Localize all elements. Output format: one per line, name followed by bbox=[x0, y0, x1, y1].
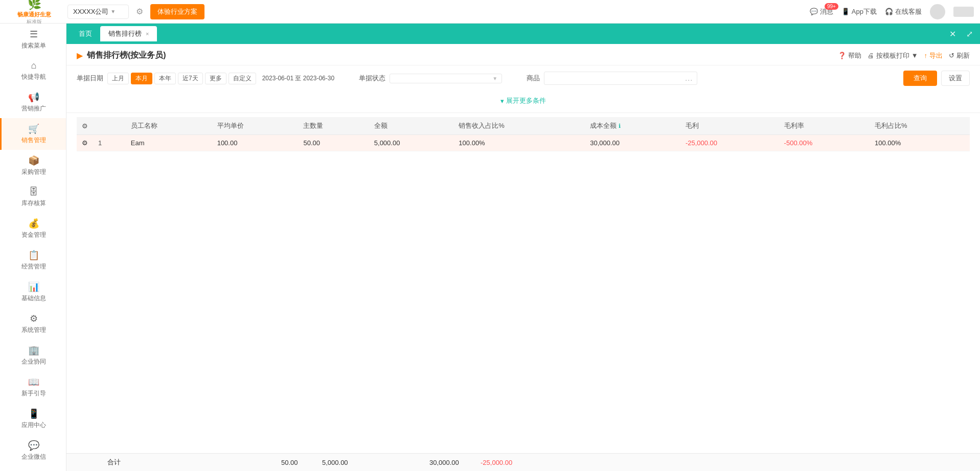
app-download-icon: 📱 bbox=[841, 8, 850, 15]
query-button[interactable]: 查询 bbox=[903, 71, 937, 86]
sidebar-icon-sales: 🛒 bbox=[28, 123, 39, 134]
goods-more-icon[interactable]: … bbox=[685, 74, 693, 83]
data-table: ⚙ 员工名称 平均单价 主数量 全额 销售收入占比% 成本全额 ℹ 毛利 毛利率… bbox=[77, 117, 970, 151]
sidebar-item-purchase[interactable]: 📦 采购管理 bbox=[0, 150, 66, 182]
home-label: 首页 bbox=[79, 29, 92, 38]
sidebar-item-finance[interactable]: 💰 资金管理 bbox=[0, 213, 66, 244]
sidebar-item-operations[interactable]: 📋 经营管理 bbox=[0, 244, 66, 276]
company-select[interactable]: XXXXX公司 ▼ bbox=[67, 5, 129, 19]
sidebar-item-inventory[interactable]: 🗄 库存核算 bbox=[0, 182, 66, 213]
top-settings-icon[interactable]: ⚙ bbox=[134, 5, 145, 18]
status-dropdown-arrow: ▼ bbox=[492, 76, 497, 81]
date-tab-custom[interactable]: 自定义 bbox=[229, 73, 256, 84]
online-service-button[interactable]: 🎧 在线客服 bbox=[885, 7, 922, 16]
row-rank: 1 bbox=[93, 135, 126, 151]
page-back-arrow[interactable]: ▶ bbox=[77, 51, 83, 60]
date-tab-this-month[interactable]: 本月 bbox=[131, 73, 152, 84]
app-download-button[interactable]: 📱 App下载 bbox=[841, 7, 877, 16]
tab-expand-icon[interactable]: ⤢ bbox=[963, 28, 976, 40]
experience-button[interactable]: 体验行业方案 bbox=[150, 4, 204, 19]
th-name: 员工名称 bbox=[126, 117, 212, 135]
row-avg-price: 100.00 bbox=[212, 135, 299, 151]
sidebar-label-marketing: 营销推广 bbox=[21, 104, 46, 113]
goods-input[interactable]: … bbox=[544, 72, 697, 85]
sidebar-item-wechat[interactable]: 💬 企业微信 bbox=[0, 435, 66, 466]
sidebar-label-finance: 资金管理 bbox=[21, 231, 46, 239]
date-tab-this-year[interactable]: 本年 bbox=[154, 73, 176, 84]
tab-sales-ranking-label: 销售排行榜 bbox=[108, 29, 142, 38]
top-right-area: 💬 消息 99+ 📱 App下载 🎧 在线客服 bbox=[810, 4, 974, 19]
export-label: 导出 bbox=[929, 51, 943, 60]
date-range: 2023-06-01 至 2023-06-30 bbox=[262, 74, 334, 83]
row-gear[interactable]: ⚙ bbox=[77, 135, 93, 151]
sidebar-label-sales: 销售管理 bbox=[21, 136, 46, 145]
page-header: ▶ 销售排行榜(按业务员) ❓ 帮助 🖨 按模板打印 ▼ ↑ 导 bbox=[66, 44, 980, 65]
th-gear[interactable]: ⚙ bbox=[77, 117, 93, 135]
sidebar-icon-purchase: 📦 bbox=[28, 155, 39, 166]
main-area: ☰ 搜索菜单 ⌂ 快捷导航 📢 营销推广 🛒 销售管理 📦 采购管理 🗄 库存核… bbox=[0, 24, 980, 471]
goods-filter-label: 商品 bbox=[527, 74, 540, 83]
print-icon: 🖨 bbox=[868, 52, 874, 59]
logo-icon: 🌿 bbox=[28, 0, 41, 11]
footer-amount: 5,000.00 bbox=[322, 459, 368, 466]
sidebar-label-shortcut: 快捷导航 bbox=[21, 73, 46, 81]
tab-close-icon[interactable]: × bbox=[146, 31, 149, 37]
content-area: 首页 销售排行榜 × ✕ ⤢ ▶ 销售排行榜(按业务员) bbox=[66, 24, 980, 471]
sidebar-icon-inventory: 🗄 bbox=[29, 187, 38, 197]
expand-label: 展开更多条件 bbox=[506, 96, 546, 105]
sidebar: ☰ 搜索菜单 ⌂ 快捷导航 📢 营销推广 🛒 销售管理 📦 采购管理 🗄 库存核… bbox=[0, 24, 66, 471]
sidebar-icon-basics: 📊 bbox=[28, 281, 39, 293]
sidebar-item-enterprise[interactable]: 🏢 企业协同 bbox=[0, 340, 66, 371]
tab-right-actions: ✕ ⤢ bbox=[946, 28, 976, 40]
print-label: 按模板打印 bbox=[876, 51, 909, 60]
expand-conditions-button[interactable]: ▾ 展开更多条件 bbox=[500, 96, 546, 105]
sidebar-item-guide[interactable]: 📖 新手引导 bbox=[0, 371, 66, 403]
table-row: ⚙ 1 Eam 100.00 50.00 5,000.00 100.00% 30… bbox=[77, 135, 970, 151]
message-button[interactable]: 💬 消息 99+ bbox=[810, 7, 833, 16]
sidebar-item-sales[interactable]: 🛒 销售管理 bbox=[0, 118, 66, 150]
cost-info-icon: ℹ bbox=[619, 123, 621, 129]
refresh-icon: ↺ bbox=[949, 52, 954, 59]
export-button[interactable]: ↑ 导出 bbox=[924, 51, 943, 60]
date-tab-7days[interactable]: 近7天 bbox=[178, 73, 203, 84]
filter-settings-button[interactable]: 设置 bbox=[941, 71, 970, 86]
date-tab-more[interactable]: 更多 bbox=[205, 73, 226, 84]
th-profit-pct: 毛利占比% bbox=[870, 117, 970, 135]
tab-home[interactable]: 首页 bbox=[71, 26, 100, 41]
sidebar-item-member[interactable]: V 畅会员 bbox=[0, 466, 66, 471]
page-title: 销售排行榜(按业务员) bbox=[87, 50, 166, 61]
sidebar-icon-shortcut: ⌂ bbox=[31, 60, 37, 71]
sidebar-item-system[interactable]: ⚙ 系统管理 bbox=[0, 308, 66, 340]
sidebar-icon-apps: 📱 bbox=[28, 408, 39, 419]
sidebar-items: ☰ 搜索菜单 ⌂ 快捷导航 📢 营销推广 🛒 销售管理 📦 采购管理 🗄 库存核… bbox=[0, 24, 66, 471]
help-button[interactable]: ❓ 帮助 bbox=[838, 51, 861, 60]
sidebar-item-search[interactable]: ☰ 搜索菜单 bbox=[0, 24, 66, 55]
row-name: Eam bbox=[126, 135, 212, 151]
sidebar-label-basics: 基础信息 bbox=[21, 294, 46, 303]
sidebar-item-apps[interactable]: 📱 应用中心 bbox=[0, 403, 66, 435]
expand-row: ▾ 展开更多条件 bbox=[77, 94, 970, 107]
sidebar-label-search: 搜索菜单 bbox=[21, 41, 46, 50]
refresh-button[interactable]: ↺ 刷新 bbox=[949, 51, 970, 60]
user-avatar[interactable] bbox=[930, 4, 945, 19]
export-icon: ↑ bbox=[924, 52, 928, 59]
help-icon: ❓ bbox=[838, 52, 846, 59]
row-profit-pct: 100.00% bbox=[870, 135, 970, 151]
status-select[interactable]: ▼ bbox=[390, 74, 502, 83]
headset-icon: 🎧 bbox=[885, 8, 893, 15]
logo-text: 畅康通好生意 bbox=[17, 11, 51, 18]
tab-close-window-icon[interactable]: ✕ bbox=[946, 28, 959, 40]
th-cost-amount: 成本全额 ℹ bbox=[585, 117, 680, 135]
date-tab-last-month[interactable]: 上月 bbox=[107, 73, 129, 84]
company-dropdown-arrow: ▼ bbox=[110, 9, 116, 14]
tab-sales-ranking[interactable]: 销售排行榜 × bbox=[100, 26, 157, 41]
th-profit: 毛利 bbox=[680, 117, 779, 135]
sidebar-item-marketing[interactable]: 📢 营销推广 bbox=[0, 86, 66, 118]
sidebar-item-basics[interactable]: 📊 基础信息 bbox=[0, 276, 66, 308]
row-main-qty: 50.00 bbox=[298, 135, 369, 151]
sidebar-item-shortcut[interactable]: ⌂ 快捷导航 bbox=[0, 55, 66, 86]
print-template-button[interactable]: 🖨 按模板打印 ▼ bbox=[868, 51, 918, 60]
help-label: 帮助 bbox=[848, 51, 861, 60]
sidebar-icon-search: ☰ bbox=[30, 29, 38, 40]
table-footer: 合计 50.00 5,000.00 30,000.00 -25,000.00 bbox=[66, 453, 980, 471]
